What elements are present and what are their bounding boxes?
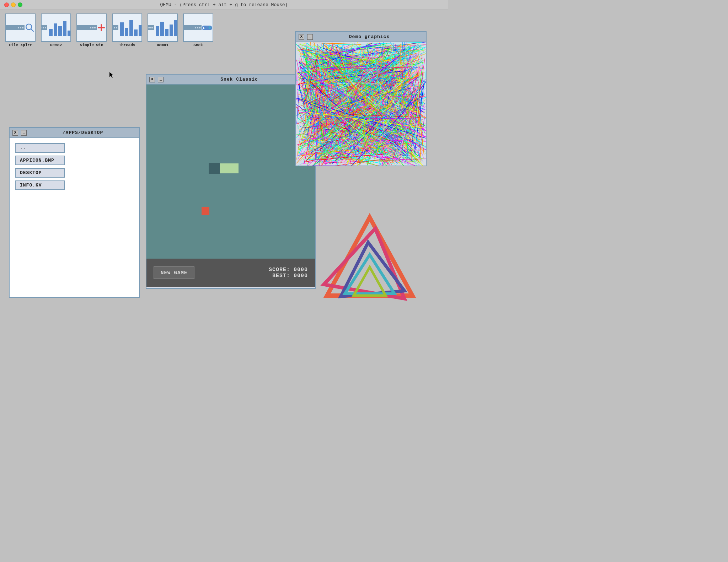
snek-icon-img <box>183 13 213 42</box>
snek-label: Snek <box>193 43 203 47</box>
score-display: SCORE: 0000 BEST: 0000 <box>269 267 308 279</box>
demo2-icon-img <box>41 13 71 42</box>
logo-svg <box>320 210 419 310</box>
best-line: BEST: 0000 <box>269 273 308 279</box>
demo-graphics-canvas <box>296 42 426 166</box>
svg-line-1 <box>31 29 33 32</box>
svg-rect-6 <box>203 28 205 28</box>
noise-canvas <box>296 42 426 166</box>
snek-game-area[interactable] <box>146 85 315 259</box>
close-button[interactable] <box>4 2 9 7</box>
taskbar-icon-threads[interactable]: Threads <box>110 13 144 47</box>
threads-icon-img <box>112 13 142 42</box>
score-value: 0000 <box>294 267 308 273</box>
file-explorer-window: X _ /APPS/DESKTOP .. APPICON.BMP DESKTOP… <box>9 127 140 298</box>
taskbar-icon-simple-win[interactable]: Simple win <box>75 13 108 47</box>
traffic-lights[interactable] <box>4 2 22 7</box>
simple-win-icon-img <box>76 13 107 42</box>
file-explorer-title: /APPS/DESKTOP <box>30 130 136 135</box>
file-explorer-close[interactable]: X <box>12 130 18 136</box>
demo-graphics-window: X _ Demo graphics <box>295 31 427 166</box>
demo1-icon-img <box>148 13 178 42</box>
taskbar-icon-demo2[interactable]: Demo2 <box>39 13 73 47</box>
demo1-label: Demo1 <box>157 43 168 47</box>
snek-classic-window: X _ Snek Classic NEW GAME SCORE: 0000 BE… <box>146 74 316 289</box>
file-item-infokv[interactable]: INFO.KV <box>15 180 65 190</box>
svg-marker-13 <box>109 72 113 78</box>
file-xplrr-label: File Xplrr <box>9 43 32 47</box>
snake-head <box>209 163 220 174</box>
snek-close[interactable]: X <box>149 77 155 82</box>
maximize-button[interactable] <box>18 2 22 7</box>
search-icon <box>25 19 35 36</box>
file-explorer-titlebar[interactable]: X _ /APPS/DESKTOP <box>10 128 139 138</box>
svg-point-0 <box>26 24 32 30</box>
plus-icon <box>97 21 106 35</box>
threads-label: Threads <box>119 43 135 47</box>
svg-rect-11 <box>206 27 207 27</box>
score-label: SCORE: <box>269 267 290 273</box>
demo-graphics-minimize[interactable]: _ <box>307 34 313 40</box>
threads-barchart <box>118 18 143 38</box>
file-item-appicon[interactable]: APPICON.BMP <box>15 156 65 165</box>
logo-area <box>320 210 419 310</box>
taskbar-icon-demo1[interactable]: Demo1 <box>146 13 180 47</box>
taskbar-icon-file-xplrr[interactable]: File Xplrr <box>4 13 37 47</box>
snek-statusbar: NEW GAME SCORE: 0000 BEST: 0000 <box>146 259 315 287</box>
score-line: SCORE: 0000 <box>269 267 308 273</box>
taskbar-icon-snek[interactable]: Snek <box>181 13 215 47</box>
demo2-barchart <box>47 18 71 38</box>
best-value: 0000 <box>294 273 308 279</box>
file-item-desktop[interactable]: DESKTOP <box>15 168 65 178</box>
title-bar: QEMU - (Press ctrl + alt + g to release … <box>0 0 448 10</box>
snek-title: Snek Classic <box>166 77 312 82</box>
svg-rect-12 <box>207 27 208 27</box>
new-game-button[interactable]: NEW GAME <box>154 266 194 279</box>
mouse-cursor <box>109 72 114 78</box>
desktop: File Xplrr Demo2 <box>0 10 448 338</box>
best-label: BEST: <box>272 273 290 279</box>
demo1-barchart <box>154 18 178 38</box>
demo-graphics-titlebar[interactable]: X _ Demo graphics <box>296 32 426 42</box>
snake-body <box>220 163 239 173</box>
file-explorer-minimize[interactable]: _ <box>21 130 27 136</box>
snek-titlebar[interactable]: X _ Snek Classic <box>146 75 315 85</box>
taskbar: File Xplrr Demo2 <box>4 13 215 47</box>
snek-minimize[interactable]: _ <box>158 77 164 82</box>
demo-graphics-close[interactable]: X <box>299 34 304 40</box>
simple-win-label: Simple win <box>80 43 103 47</box>
minimize-button[interactable] <box>11 2 16 7</box>
demo-graphics-title: Demo graphics <box>316 34 423 39</box>
food-item <box>202 207 209 215</box>
file-item-dotdot[interactable]: .. <box>15 143 65 153</box>
demo2-label: Demo2 <box>50 43 62 47</box>
window-title: QEMU - (Press ctrl + alt + g to release … <box>160 2 288 7</box>
file-list: .. APPICON.BMP DESKTOP INFO.KV <box>10 138 139 297</box>
file-xplrr-icon-img <box>5 13 36 42</box>
gamepad-icon <box>202 21 213 35</box>
svg-point-9 <box>209 26 211 28</box>
svg-point-10 <box>209 28 211 29</box>
